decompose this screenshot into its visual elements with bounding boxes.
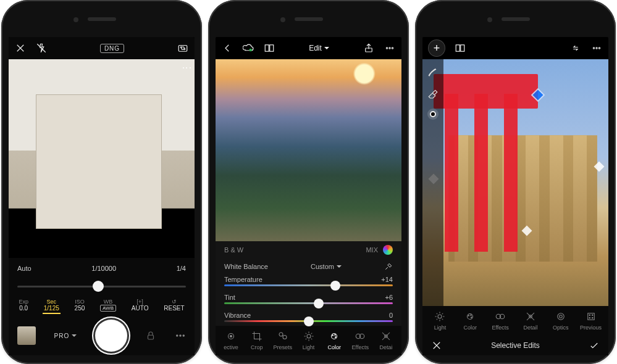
tool-effects[interactable]: Effects (347, 329, 373, 352)
flash-off-icon[interactable] (36, 43, 47, 54)
svg-point-29 (438, 315, 442, 318)
last-photo-thumb[interactable] (17, 326, 36, 345)
svg-point-2 (177, 335, 178, 336)
lock-icon[interactable] (145, 330, 156, 341)
brush-icon[interactable] (427, 67, 439, 78)
exposure-readout: Auto 1/10000 1/4 (9, 258, 195, 279)
shutter-readout: 1/10000 (91, 265, 116, 272)
slider-tint[interactable] (216, 302, 401, 308)
edit-topbar: Edit (216, 37, 401, 59)
svg-point-11 (392, 48, 393, 49)
svg-rect-6 (265, 45, 269, 52)
more-icon[interactable] (175, 330, 186, 341)
param-wb[interactable]: WBAWB (99, 296, 117, 314)
tool-light[interactable]: Light (425, 309, 455, 332)
viewfinder-more-icon[interactable]: ⋮ (183, 63, 190, 72)
param-iso[interactable]: ISO250 (73, 296, 86, 314)
compare-icon[interactable] (455, 43, 466, 54)
tool-color[interactable]: Color (321, 329, 347, 352)
color-icon (328, 330, 340, 342)
tool-detail[interactable]: Detai (373, 329, 399, 352)
color-icon (464, 310, 476, 323)
tool-selective[interactable]: ective (218, 329, 244, 352)
tab-mix[interactable]: MIX (366, 246, 378, 254)
tool-detail[interactable]: Detail (515, 309, 545, 332)
detail-icon (524, 310, 537, 323)
shutter-button[interactable] (95, 320, 127, 352)
tool-effects[interactable]: Effects (485, 309, 516, 332)
svg-point-18 (332, 335, 334, 336)
svg-point-16 (307, 334, 311, 338)
svg-rect-25 (461, 45, 464, 52)
svg-point-32 (471, 315, 472, 316)
svg-point-20 (335, 337, 337, 338)
edit-preview[interactable] (216, 59, 401, 241)
detail-icon (380, 330, 392, 342)
mode-selector[interactable]: PRO (54, 333, 77, 339)
more-icon[interactable] (384, 43, 395, 54)
phone-selective-edits: + (415, 0, 616, 364)
selective-preview[interactable] (422, 59, 608, 306)
svg-point-15 (283, 336, 287, 339)
svg-point-3 (180, 335, 181, 336)
fraction-readout: 1/4 (177, 265, 186, 272)
svg-point-10 (389, 48, 390, 49)
close-icon[interactable] (431, 340, 442, 351)
selective-icon (225, 330, 237, 342)
compare-icon[interactable] (264, 43, 275, 54)
tool-light[interactable]: Light (296, 329, 322, 352)
undo-redo-icon[interactable] (570, 43, 581, 54)
presets-icon (277, 330, 289, 342)
tool-previous[interactable]: Previous (576, 309, 606, 332)
auto-label[interactable]: Auto (17, 265, 31, 272)
wb-value-dropdown[interactable]: Custom (311, 263, 342, 270)
format-badge[interactable]: DNG (100, 44, 124, 53)
tab-bw[interactable]: B & W (224, 246, 243, 254)
optics-icon (555, 310, 567, 323)
slider-vibrance[interactable] (216, 320, 401, 326)
svg-rect-24 (456, 45, 460, 52)
cloud-sync-icon[interactable] (243, 43, 254, 54)
param-sec[interactable]: Sec1/125 (43, 296, 61, 314)
camera-params-row: Exp0.0Sec1/125ISO250WBAWB[+]AUTO↺RESET (9, 294, 195, 316)
control-tint: Tint+6 (216, 290, 401, 302)
svg-point-28 (598, 48, 600, 49)
svg-point-30 (468, 314, 473, 320)
param-[interactable]: [+]AUTO (130, 296, 150, 314)
confirm-icon[interactable] (589, 340, 600, 351)
svg-point-19 (335, 334, 336, 336)
add-selection-button[interactable]: + (429, 40, 445, 56)
brush-sidepanel (422, 59, 443, 306)
color-wheel-icon[interactable] (383, 245, 393, 255)
svg-point-31 (468, 315, 469, 316)
param-[interactable]: ↺RESET (162, 296, 185, 314)
svg-point-4 (183, 335, 184, 336)
share-icon[interactable] (363, 43, 374, 54)
tool-presets[interactable]: Presets (270, 329, 296, 352)
svg-point-40 (589, 315, 590, 316)
light-icon (434, 310, 446, 323)
tool-crop[interactable]: Crop (244, 329, 270, 352)
mask-overlay-toggle-icon[interactable] (430, 111, 436, 117)
exposure-slider[interactable] (9, 279, 195, 294)
eraser-icon[interactable] (427, 89, 439, 100)
brush-mask-overlay (474, 94, 488, 252)
back-icon[interactable] (222, 43, 233, 54)
effects-icon (354, 330, 366, 342)
tool-optics[interactable]: Optics (545, 309, 576, 332)
control-temperature: Temperature+14 (216, 272, 401, 284)
more-icon[interactable] (591, 43, 602, 54)
selective-title: Selective Edits (491, 341, 540, 350)
svg-point-17 (332, 334, 337, 339)
edit-mode-dropdown[interactable]: Edit (309, 44, 329, 52)
eyedropper-icon[interactable] (384, 262, 393, 271)
close-icon[interactable] (15, 43, 26, 54)
svg-point-5 (250, 49, 253, 52)
switch-camera-icon[interactable] (177, 43, 188, 54)
tool-color[interactable]: Color (455, 309, 485, 332)
svg-point-42 (589, 318, 590, 319)
svg-point-43 (592, 318, 593, 319)
param-exp[interactable]: Exp0.0 (17, 296, 30, 314)
slider-temperature[interactable] (216, 284, 401, 290)
camera-viewfinder[interactable]: SiΦRos¢ ⋮ (9, 59, 195, 258)
